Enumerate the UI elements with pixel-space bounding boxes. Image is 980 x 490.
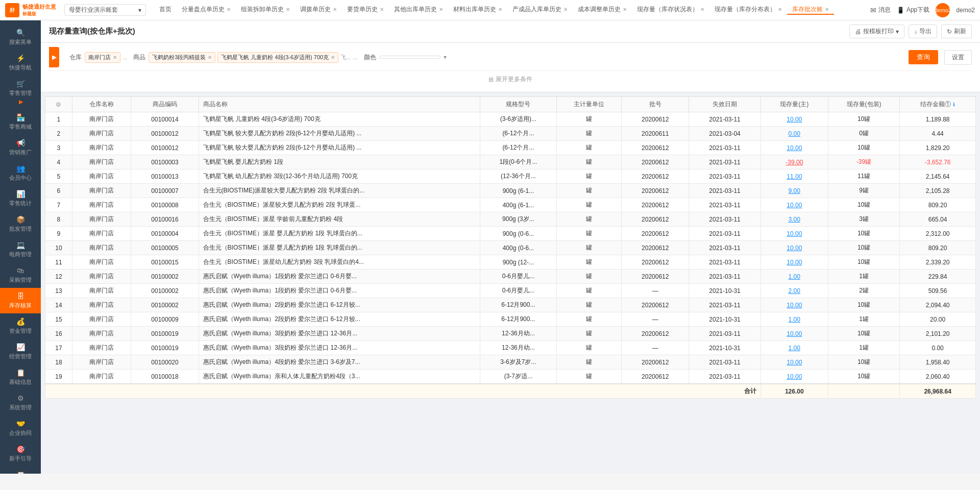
tab-close-3[interactable]: ✕ bbox=[333, 7, 337, 12]
print-button[interactable]: 🖨 按模板打印 ▾ bbox=[849, 24, 904, 38]
warehouse-tag-1[interactable]: 南岸门店 ✕ bbox=[85, 52, 120, 63]
row-qty[interactable]: 10.00 bbox=[761, 112, 828, 127]
sidebar-item-finance[interactable]: 💰 资金管理 bbox=[0, 313, 41, 339]
sidebar-item-retail[interactable]: 🛒 零售管理 ▶ bbox=[0, 76, 41, 109]
row-qty[interactable]: -39.00 bbox=[761, 155, 828, 169]
row-name: 惠氏启赋（Wyeth illuma）3段奶粉 爱尔兰进口 12-36月... bbox=[199, 327, 480, 341]
nav-home[interactable]: 首页 bbox=[154, 5, 177, 15]
setting-button[interactable]: 设置 bbox=[944, 50, 972, 65]
row-qty[interactable]: 10.00 bbox=[761, 327, 828, 341]
product-more-ellipsis[interactable]: ... bbox=[353, 54, 357, 60]
nav-tab-4[interactable]: 要货单历史✕ bbox=[342, 5, 389, 15]
nav-tab-2[interactable]: 组装拆卸单历史✕ bbox=[236, 5, 295, 15]
sidebar-item-retail-stat[interactable]: 📊 零售统计 bbox=[0, 186, 41, 211]
tab-close-2[interactable]: ✕ bbox=[286, 7, 290, 12]
product-tag-1[interactable]: 飞鹤奶粉3段丙精提装 ✕ bbox=[149, 52, 215, 63]
row-expire: 2021-03-11 bbox=[689, 241, 761, 255]
sidebar-item-basics[interactable]: 📋 基础信息 bbox=[0, 364, 41, 390]
tab-close-5[interactable]: ✕ bbox=[439, 7, 443, 12]
sidebar-item-apps[interactable]: 🔲 应用中心 bbox=[0, 467, 41, 474]
tab-close-8[interactable]: ✕ bbox=[623, 7, 627, 12]
warehouse-tag-close-1[interactable]: ✕ bbox=[113, 55, 117, 60]
product-tag-close-1[interactable]: ✕ bbox=[208, 55, 212, 60]
tab-close-10[interactable]: ✕ bbox=[778, 7, 782, 12]
export-button[interactable]: ↓ 导出 bbox=[909, 24, 937, 38]
row-num: 9 bbox=[45, 227, 72, 241]
row-qty[interactable]: 10.00 bbox=[761, 227, 828, 241]
avatar[interactable]: demo2 bbox=[936, 3, 950, 17]
sidebar-item-guide[interactable]: 🎯 新手引导 bbox=[0, 441, 41, 467]
expand-button[interactable]: ⊞ 展开更多条件 bbox=[488, 73, 532, 86]
amount-info-icon[interactable]: ℹ bbox=[953, 102, 955, 107]
row-qty[interactable]: 1.00 bbox=[761, 312, 828, 327]
row-qty[interactable]: 0.00 bbox=[761, 127, 828, 141]
total-row: 合计 126.00 26,968.64 bbox=[45, 384, 976, 399]
color-input[interactable] bbox=[379, 56, 440, 59]
row-qty[interactable]: 10.00 bbox=[761, 298, 828, 312]
nav-tab-5[interactable]: 其他出库单历史✕ bbox=[389, 5, 448, 15]
message-btn[interactable]: ✉消息 bbox=[870, 6, 891, 14]
query-button[interactable]: 查询 bbox=[909, 50, 938, 64]
tab-close-11[interactable]: ✕ bbox=[825, 7, 829, 12]
sidebar-item-search[interactable]: 🔍 搜索英单 bbox=[0, 24, 41, 50]
sidebar-item-operations[interactable]: 📈 经营管理 bbox=[0, 339, 41, 364]
row-spec: (6-12个月... bbox=[480, 127, 556, 141]
table-container[interactable]: ⚙ 仓库名称 商品编码 商品名称 规格型号 主计量单位 批号 失效日期 现存量(… bbox=[41, 92, 980, 474]
row-qty[interactable]: 10.00 bbox=[761, 241, 828, 255]
row-qty[interactable]: 1.00 bbox=[761, 270, 828, 284]
sidebar-item-member[interactable]: 👥 会员中心 bbox=[0, 160, 41, 186]
sidebar-item-ecommerce[interactable]: 💻 电商管理 bbox=[0, 237, 41, 262]
row-qty-pack: 1罐 bbox=[828, 312, 899, 327]
nav-tab-7[interactable]: 产成品入库单历史✕ bbox=[507, 5, 573, 15]
col-header-settings[interactable]: ⚙ bbox=[45, 97, 72, 112]
sidebar-item-cooperation[interactable]: 🤝 企业协同 bbox=[0, 415, 41, 441]
row-qty[interactable]: 9.00 bbox=[761, 184, 828, 198]
row-qty[interactable]: 3.00 bbox=[761, 212, 828, 227]
industry-label: 母婴行业演示账套 bbox=[69, 6, 118, 14]
industry-selector[interactable]: 母婴行业演示账套 ▾ bbox=[64, 4, 146, 16]
col-header-code: 商品编码 bbox=[131, 97, 199, 112]
app-download-btn[interactable]: 📱App下载 bbox=[897, 6, 929, 14]
tab-close-1[interactable]: ✕ bbox=[227, 7, 231, 12]
row-amount: 1,958.40 bbox=[900, 355, 976, 370]
row-qty[interactable]: 10.00 bbox=[761, 198, 828, 212]
sidebar-item-nav[interactable]: ⚡ 快捷导航 bbox=[0, 50, 41, 76]
row-qty[interactable]: 11.00 bbox=[761, 169, 828, 184]
refresh-button[interactable]: ↻ 刷新 bbox=[941, 24, 972, 38]
logo-sub: 标题版 bbox=[22, 11, 56, 17]
tab-close-4[interactable]: ✕ bbox=[380, 7, 384, 12]
nav-tab-10[interactable]: 现存量（库存分布表）✕ bbox=[709, 5, 787, 15]
row-qty[interactable]: 2.00 bbox=[761, 284, 828, 298]
nav-tab-1[interactable]: 分量盘点单历史✕ bbox=[177, 5, 236, 15]
nav-tab-11[interactable]: 库存批次账✕ bbox=[787, 5, 834, 15]
sidebar-item-system[interactable]: ⚙ 系统管理 bbox=[0, 390, 41, 415]
nav-tab-3[interactable]: 调拨单历史✕ bbox=[295, 5, 342, 15]
sidebar-item-inventory[interactable]: 🗄 库存核算 bbox=[0, 288, 41, 313]
row-qty[interactable]: 1.00 bbox=[761, 341, 828, 355]
nav-tab-6[interactable]: 材料出库单历史✕ bbox=[448, 5, 507, 15]
row-spec: (3-6岁适用)... bbox=[480, 112, 556, 127]
row-qty[interactable]: 10.00 bbox=[761, 141, 828, 155]
settings-icon[interactable]: ⚙ bbox=[56, 101, 61, 108]
row-num: 12 bbox=[45, 270, 72, 284]
row-store: 南岸门店 bbox=[72, 155, 131, 169]
row-qty[interactable]: 10.00 bbox=[761, 355, 828, 370]
row-store: 南岸门店 bbox=[72, 270, 131, 284]
tab-close-9[interactable]: ✕ bbox=[700, 7, 704, 12]
product-more[interactable]: 飞... bbox=[340, 54, 351, 61]
warehouse-more[interactable]: ... bbox=[122, 54, 127, 60]
row-qty[interactable]: 10.00 bbox=[761, 255, 828, 270]
sidebar-item-marketing[interactable]: 📢 营销推广 bbox=[0, 135, 41, 160]
username: demo2 bbox=[956, 7, 975, 14]
tab-close-6[interactable]: ✕ bbox=[498, 7, 502, 12]
row-qty[interactable]: 10.00 bbox=[761, 370, 828, 384]
nav-tab-9[interactable]: 现存量（库存状况表）✕ bbox=[632, 5, 709, 15]
product-tag-close-2[interactable]: ✕ bbox=[331, 55, 335, 60]
product-tag-2[interactable]: 飞鹤星飞帆 儿童奶粉 4段(3-6岁适用) 700克 ✕ bbox=[217, 52, 338, 63]
sidebar-item-purchase[interactable]: 🛍 采购管理 bbox=[0, 262, 41, 288]
filter-toggle[interactable]: ▶ bbox=[49, 47, 59, 67]
nav-tab-8[interactable]: 成本调整单历史✕ bbox=[573, 5, 632, 15]
sidebar-item-wholesale[interactable]: 📦 批发管理 bbox=[0, 211, 41, 237]
tab-close-7[interactable]: ✕ bbox=[564, 7, 568, 12]
sidebar-item-store[interactable]: 🏪 零售商城 bbox=[0, 109, 41, 135]
